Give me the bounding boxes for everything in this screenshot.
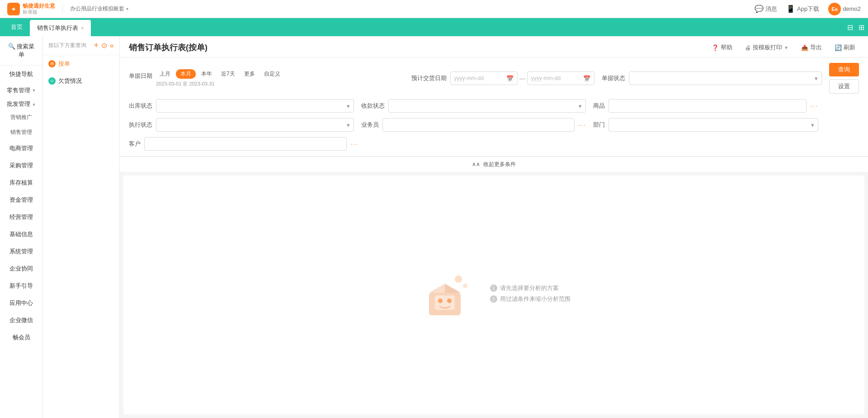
sidebar-item-app-center[interactable]: 应用中心 bbox=[0, 294, 42, 312]
header-right: 💬 消息 📱 App下载 Ea demo2 bbox=[755, 3, 861, 15]
left-panel-by-order-label: 按单 bbox=[58, 60, 70, 68]
empty-state: 1 请先选择要分析的方案 2 用过滤条件来缩小分析范围 bbox=[123, 176, 864, 414]
refresh-button[interactable]: 🔄 刷新 bbox=[831, 42, 859, 53]
sidebar-item-wechat[interactable]: 企业微信 bbox=[0, 312, 42, 329]
sidebar-vip-label: 畅会员 bbox=[13, 333, 30, 342]
filter-product-label: 商品 bbox=[593, 102, 605, 110]
sidebar-item-basics[interactable]: 基础信息 bbox=[0, 226, 42, 243]
date-btn-more[interactable]: 更多 bbox=[241, 69, 259, 79]
print-button[interactable]: 🖨 按模板打印 ▼ bbox=[741, 42, 792, 53]
filter-warehouse-status: 出库状态 ▾ bbox=[129, 99, 354, 113]
svg-point-6 bbox=[447, 299, 452, 303]
filter-warehouse-select[interactable]: ▾ bbox=[156, 99, 354, 113]
filter-expected-date-label: 预计交货日期 bbox=[411, 74, 447, 82]
filter-date-label: 单据日期 bbox=[129, 72, 152, 80]
sidebar-retail-arrow-icon: ▼ bbox=[32, 88, 36, 93]
settings-button[interactable]: 设置 bbox=[829, 79, 859, 94]
left-panel-settings-icon[interactable]: ⊙ bbox=[101, 41, 107, 50]
doc-status-dropdown-icon: ▾ bbox=[815, 75, 818, 82]
sidebar-basics-label: 基础信息 bbox=[9, 230, 33, 238]
sidebar-item-operations[interactable]: 经营管理 bbox=[0, 209, 42, 226]
date-btn-this-year[interactable]: 本年 bbox=[198, 69, 216, 79]
date-btn-last-7-days[interactable]: 近7天 bbox=[217, 69, 239, 79]
filter-department-label: 部门 bbox=[593, 121, 605, 129]
tab-home-label: 首页 bbox=[11, 23, 23, 31]
right-panel: 销售订单执行表(按单) ❓ 帮助 🖨 按模板打印 ▼ 📤 bbox=[120, 36, 868, 418]
customer-more-icon[interactable]: ··· bbox=[350, 140, 359, 147]
sidebar-item-marketing[interactable]: 营销推广 bbox=[0, 110, 42, 125]
left-panel-shortage-icon: ⊙ bbox=[48, 77, 56, 85]
tab-maximize-icon[interactable]: ⊞ bbox=[859, 23, 864, 32]
filter-row-2: 出库状态 ▾ 收款状态 ▾ bbox=[129, 99, 859, 113]
filter-payment-select[interactable]: ▾ bbox=[388, 99, 586, 113]
sidebar-retail-label: 零售管理 bbox=[7, 86, 30, 95]
left-panel-collapse-icon[interactable]: « bbox=[110, 42, 114, 50]
refresh-label: 刷新 bbox=[844, 43, 855, 52]
sidebar-item-newbie[interactable]: 新手引导 bbox=[0, 277, 42, 294]
sidebar-item-vip[interactable]: 畅会员 bbox=[0, 329, 42, 346]
query-button[interactable]: 查询 bbox=[829, 63, 859, 76]
company-selector[interactable]: 办公用品行业模拟账套 ▾ bbox=[70, 5, 128, 13]
tab-home[interactable]: 首页 bbox=[4, 18, 30, 36]
settings-label: 设置 bbox=[838, 83, 850, 90]
filter-salesperson-input[interactable] bbox=[382, 118, 575, 132]
left-panel-item-shortage[interactable]: ⊙ 欠货情况 bbox=[43, 72, 119, 90]
left-panel-add-icon[interactable]: + bbox=[94, 41, 99, 50]
sidebar-item-wholesale[interactable]: 批发管理 ▲ bbox=[0, 96, 42, 110]
sidebar-nav-label: 快捷导航 bbox=[9, 70, 33, 78]
tab-sales-order[interactable]: 销售订单执行表 × bbox=[30, 20, 91, 36]
filter-date-range-text: 2023-03-01 至 2023-03-31 bbox=[156, 81, 404, 87]
filter-department-select[interactable]: ▾ bbox=[609, 118, 818, 132]
sidebar-item-sales[interactable]: 销售管理 bbox=[0, 125, 42, 140]
empty-state-content: 1 请先选择要分析的方案 2 用过滤条件来缩小分析范围 bbox=[418, 270, 571, 320]
filter-customer: 客户 ··· bbox=[129, 137, 359, 151]
message-button[interactable]: 💬 消息 bbox=[755, 5, 777, 13]
user-profile[interactable]: Ea demo2 bbox=[828, 3, 861, 15]
left-panel-by-order-icon: 单 bbox=[48, 60, 56, 67]
tab-minimize-icon[interactable]: ⊟ bbox=[847, 23, 853, 32]
date-btn-this-month[interactable]: 本月 bbox=[176, 69, 196, 79]
date-btn-custom[interactable]: 自定义 bbox=[260, 69, 284, 79]
date-btn-last-month[interactable]: 上月 bbox=[156, 69, 174, 79]
filter-row-1: 单据日期 上月 本月 本年 近7天 更多 自定义 20 bbox=[129, 63, 859, 94]
left-panel-item-by-order[interactable]: 单 按单 bbox=[43, 55, 119, 72]
product-more-icon[interactable]: ··· bbox=[810, 102, 818, 109]
company-arrow-icon: ▾ bbox=[126, 6, 128, 11]
filter-doc-status-select[interactable]: ▾ bbox=[629, 71, 822, 85]
sidebar-item-enterprise[interactable]: 企业协同 bbox=[0, 260, 42, 277]
app-download-button[interactable]: 📱 App下载 bbox=[786, 5, 819, 13]
filter-warehouse-label: 出库状态 bbox=[129, 102, 152, 110]
export-label: 导出 bbox=[810, 43, 822, 52]
expected-date-start[interactable]: yyyy-mm-dd 📅 bbox=[450, 71, 518, 85]
empty-hint-1-text: 请先选择要分析的方案 bbox=[500, 284, 559, 292]
sidebar-enterprise-label: 企业协同 bbox=[9, 265, 33, 273]
help-label: 帮助 bbox=[721, 43, 732, 52]
search-menu-button[interactable]: 🔍 搜索菜单 bbox=[4, 40, 39, 62]
filter-doc-status-label: 单据状态 bbox=[602, 74, 625, 82]
sidebar-item-finance[interactable]: 资金管理 bbox=[0, 191, 42, 209]
company-name: 办公用品行业模拟账套 bbox=[70, 5, 124, 13]
filter-customer-input[interactable] bbox=[144, 137, 347, 151]
sidebar-item-system[interactable]: 系统管理 bbox=[0, 243, 42, 260]
page-header: 销售订单执行表(按单) ❓ 帮助 🖨 按模板打印 ▼ 📤 bbox=[120, 36, 868, 57]
help-button[interactable]: ❓ 帮助 bbox=[708, 42, 736, 53]
filter-product-input[interactable] bbox=[609, 99, 807, 113]
filter-expected-date: 预计交货日期 yyyy-mm-dd 📅 — yyyy-mm-dd 📅 bbox=[411, 71, 595, 85]
expected-date-end[interactable]: yyyy-mm-dd 📅 bbox=[527, 71, 594, 85]
sidebar-item-retail[interactable]: 零售管理 ▼ bbox=[0, 83, 42, 96]
sidebar-item-quick-nav[interactable]: 快捷导航 bbox=[0, 66, 42, 83]
filter-doc-status: 单据状态 ▾ bbox=[602, 71, 822, 85]
left-panel-title: 按以下方案查询 bbox=[48, 42, 86, 49]
sidebar-item-inventory[interactable]: 库存核算 bbox=[0, 174, 42, 191]
collapse-bar[interactable]: ∧∧ 收起更多条件 bbox=[120, 157, 868, 172]
sidebar-item-purchase[interactable]: 采购管理 bbox=[0, 157, 42, 174]
sidebar: 🔍 搜索菜单 快捷导航 零售管理 ▼ 批发管理 ▲ 营销推广 销售管理 电商管理… bbox=[0, 36, 43, 418]
sidebar-item-ecommerce[interactable]: 电商管理 bbox=[0, 140, 42, 157]
collapse-chevron-icon: ∧∧ bbox=[472, 161, 480, 167]
divider bbox=[62, 5, 63, 14]
salesperson-more-icon[interactable]: ··· bbox=[578, 121, 586, 128]
export-button[interactable]: 📤 导出 bbox=[797, 42, 826, 53]
filter-execute-select[interactable]: ▾ bbox=[156, 118, 354, 132]
execute-dropdown-icon: ▾ bbox=[347, 122, 350, 128]
tab-close-icon[interactable]: × bbox=[81, 25, 84, 31]
